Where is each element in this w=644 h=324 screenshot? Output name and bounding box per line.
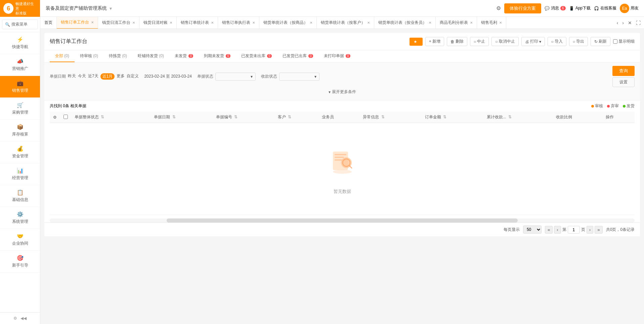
sidebar-item-inventory[interactable]: 📦 库存核算: [0, 120, 40, 141]
expand-more-conditions[interactable]: ▾ 展开更多条件: [50, 87, 635, 97]
tab-close-icon[interactable]: ✕: [470, 21, 473, 25]
settings-icon[interactable]: ⚙: [13, 316, 17, 321]
date-custom[interactable]: 自定义: [127, 73, 139, 80]
sub-tab-all[interactable]: 全部 (0): [50, 50, 75, 62]
tab-cash-account[interactable]: 钱货日清对账 ✕: [139, 17, 177, 29]
sort-icon[interactable]: ⇅: [234, 115, 238, 119]
tab-close-icon[interactable]: ✕: [310, 21, 312, 25]
payment-select[interactable]: ▾: [279, 73, 319, 81]
tab-maximize-button[interactable]: ⛶: [635, 19, 642, 26]
online-service-action[interactable]: 🎧 在线客服: [594, 5, 616, 11]
tab-scroll-left-button[interactable]: ‹: [615, 19, 620, 26]
sidebar-item-sales[interactable]: 💼 销售管理: [0, 76, 40, 98]
sidebar-item-basics[interactable]: 📋 基础信息: [0, 185, 40, 207]
tab-sales-by-staff[interactable]: 销货单统计表（按业务员） ✕: [374, 17, 436, 29]
table-col-settings[interactable]: ⚙: [50, 112, 60, 123]
tab-close-icon[interactable]: ✕: [429, 21, 431, 25]
sidebar-item-guide[interactable]: 🎯 新手引导: [0, 251, 40, 273]
collapse-icon[interactable]: ◀◀: [20, 316, 27, 321]
tab-close-all-button[interactable]: ✕: [627, 19, 633, 26]
sort-icon[interactable]: ⇅: [101, 115, 104, 119]
import-button[interactable]: ○ 导入: [548, 37, 566, 46]
search-menu-button[interactable]: 🔍 搜索菜单: [2, 19, 38, 29]
print-button[interactable]: 🖨 打印 ▾: [521, 37, 545, 46]
tab-sales-workbench[interactable]: 销售订单工作台 ✕: [57, 17, 98, 29]
sort-icon[interactable]: ⇅: [381, 115, 385, 119]
batch-review-action[interactable]: 审核: [591, 103, 603, 109]
tab-cash-daily[interactable]: 钱货日清工作台 ✕: [98, 17, 139, 29]
sub-tab-wangpu-ship[interactable]: 旺铺待发货 (0): [132, 50, 169, 62]
tab-scroll-right-button[interactable]: ›: [621, 19, 625, 26]
date-more[interactable]: 更多: [117, 73, 125, 80]
tab-close-icon[interactable]: ✕: [170, 21, 172, 25]
industry-solution-button[interactable]: 体验行业方案: [504, 3, 541, 13]
sub-tab-overdue-unshipped[interactable]: 到期未发货 0: [199, 50, 236, 62]
last-page-button[interactable]: »: [595, 226, 602, 234]
sidebar-item-quicknav[interactable]: ⚡ 快捷导航: [0, 32, 40, 54]
page-number-input[interactable]: [568, 226, 580, 234]
sidebar-item-system[interactable]: ⚙️ 系统管理: [0, 207, 40, 229]
tab-close-icon[interactable]: ✕: [132, 21, 135, 25]
sub-tab-shipped-out[interactable]: 已发货已出库 0: [277, 50, 318, 62]
first-page-button[interactable]: «: [545, 226, 553, 234]
batch-cancel-review-action[interactable]: 弃审: [607, 103, 619, 109]
tab-sales-stats[interactable]: 销售订单统计表 ✕: [177, 17, 218, 29]
date-7days[interactable]: 近7天: [88, 73, 98, 80]
sidebar: 6 畅捷通好生意 标准版 🔍 搜索菜单 ⚡ 快捷导航 📣 营销推广 💼 销售管理…: [0, 0, 40, 324]
tab-close-icon[interactable]: ✕: [367, 21, 370, 25]
display-compact-checkbox[interactable]: [613, 39, 617, 44]
tab-close-icon[interactable]: ✕: [211, 21, 214, 25]
sidebar-item-collab[interactable]: 🤝 企业协同: [0, 229, 40, 251]
refresh-button[interactable]: ↻ 刷新: [591, 37, 610, 46]
sort-icon[interactable]: ⇅: [508, 115, 512, 119]
export-button[interactable]: ○ 导出: [569, 37, 588, 46]
status-select[interactable]: ▾: [215, 73, 256, 81]
date-today[interactable]: 今天: [78, 73, 86, 80]
horizontal-scrollbar[interactable]: [50, 218, 635, 222]
table-col-checkbox[interactable]: [60, 112, 71, 123]
sub-tab-unshipped[interactable]: 未发货 0: [169, 50, 199, 62]
col-settings-icon[interactable]: ⚙: [53, 115, 57, 120]
user-action[interactable]: Ea 用友: [620, 4, 639, 13]
stop-button[interactable]: ○ 中止: [470, 37, 489, 46]
smart-generate-button[interactable]: ★: [410, 38, 423, 46]
topbar: 装备及固定资产辅助管理系统 ▾ ⚙ 体验行业方案 💬 消息 6 📱 App下载 …: [40, 0, 644, 17]
tab-close-icon[interactable]: ✕: [499, 21, 502, 25]
sidebar-item-finance[interactable]: 💰 资金管理: [0, 141, 40, 163]
set-button[interactable]: 设置: [612, 77, 635, 87]
sidebar-item-purchase[interactable]: 🛒 采购管理: [0, 98, 40, 120]
cancel-stop-button[interactable]: ○ 取消中止: [491, 37, 518, 46]
tab-sales-revenue[interactable]: 销售毛利 ✕: [477, 17, 506, 29]
settings-gear-icon[interactable]: ⚙: [496, 5, 501, 11]
sub-tab-unprinted[interactable]: 未打印单据 0: [318, 50, 356, 62]
tab-home[interactable]: 首页: [40, 17, 57, 29]
sub-tab-pending-review[interactable]: 待审核 (0): [75, 50, 103, 62]
tab-close-icon[interactable]: ✕: [252, 21, 255, 25]
sidebar-item-marketing[interactable]: 📣 营销推广: [0, 54, 40, 76]
date-1month[interactable]: 近1月: [100, 73, 115, 80]
tab-sales-by-customer[interactable]: 销货单统计表（按客户） ✕: [317, 17, 374, 29]
message-action[interactable]: 💬 消息 6: [545, 5, 566, 11]
delete-button[interactable]: 🗑 删除: [447, 37, 467, 46]
batch-ship-action[interactable]: 发货: [623, 103, 635, 109]
sidebar-item-operations[interactable]: 📊 经营管理: [0, 163, 40, 185]
sub-tab-shipped-no-out[interactable]: 已发货未出库 0: [236, 50, 277, 62]
add-button[interactable]: + 新增: [425, 37, 444, 46]
date-yesterday[interactable]: 昨天: [68, 73, 76, 80]
display-compact-checkbox-label[interactable]: 显示明细: [613, 39, 635, 44]
select-all-checkbox[interactable]: [63, 115, 68, 119]
dropdown-arrow-icon[interactable]: ▾: [110, 6, 112, 11]
sub-tab-pending-pickup[interactable]: 待拣货 (0): [103, 50, 132, 62]
next-page-button[interactable]: ›: [587, 226, 593, 234]
tab-sales-exec[interactable]: 销售订单执行表 ✕: [218, 17, 259, 29]
app-download-action[interactable]: 📱 App下载: [569, 5, 591, 11]
page-size-select[interactable]: 50 100 200: [523, 226, 542, 234]
query-button[interactable]: 查询: [612, 66, 635, 76]
sort-icon[interactable]: ⇅: [443, 115, 446, 119]
tab-gross-margin[interactable]: 商品毛利分析表 ✕: [436, 17, 477, 29]
prev-page-button[interactable]: ‹: [554, 226, 561, 234]
sort-icon[interactable]: ⇅: [172, 115, 176, 119]
tab-sales-by-product[interactable]: 销货单统计表（按商品） ✕: [259, 17, 317, 29]
sort-icon[interactable]: ⇅: [288, 115, 291, 119]
tab-close-icon[interactable]: ✕: [91, 21, 94, 24]
